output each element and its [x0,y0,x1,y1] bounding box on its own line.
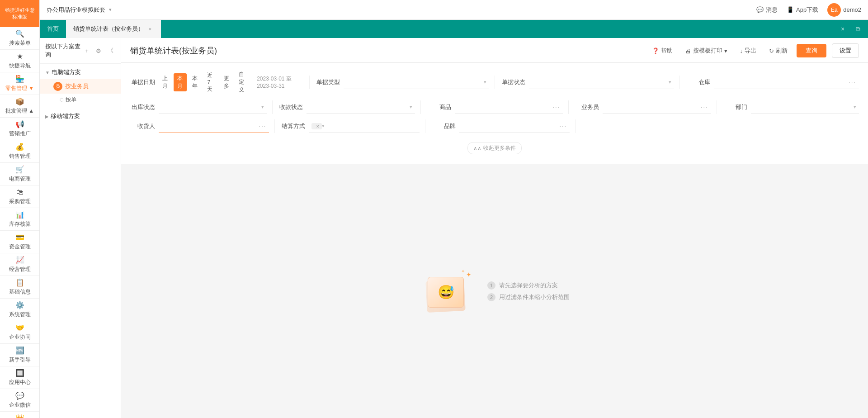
left-panel: 按以下方案查询 + ⚙ 《 ▼ 电脑端方案 员 按业务员 ⬡ [40,38,121,418]
tab-close-all-btn[interactable]: × [836,23,849,35]
order-type-control[interactable]: ▾ [344,76,489,89]
sidebar-item-ecommerce[interactable]: 🛒 电商管理 [0,163,39,185]
tab-home[interactable]: 首页 [40,20,66,38]
filter-area: 单据日期 上月 本月 本年 近7天 更多 自定义 2023-03-01 至 20… [121,63,868,164]
page-header: 销货单统计表(按业务员) ❓ 帮助 🖨 按模板打印 ▾ ↓ [121,38,868,63]
sidebar-item-enterprise[interactable]: 🤝 企业协同 [0,321,39,344]
panel-add-btn[interactable]: + [82,46,92,56]
sidebar-item-apps[interactable]: 🔲 应用中心 [0,366,39,389]
settlement-tag-close[interactable]: × [316,124,319,129]
print-btn[interactable]: 🖨 按模板打印 ▾ [682,45,731,57]
empty-state: 😅 ✦ ✦ 1 请先选择要分析的方案 2 用过滤条件来缩小分析范 [121,164,868,418]
settings-btn[interactable]: 设置 [832,43,859,58]
query-btn[interactable]: 查询 [797,44,826,57]
tip-num-1: 1 [487,281,495,290]
filter-department: 部门 ▾ [722,100,859,114]
date-label: 单据日期 [130,78,155,86]
sidebar-item-purchase[interactable]: 🛍 采购管理 [0,185,39,208]
scheme-sub-item-by-order[interactable]: ⬡ 按单 [40,94,121,106]
scheme-group-mobile-header[interactable]: ▶ 移动端方案 [40,109,121,123]
order-status-control[interactable]: ▾ [529,76,674,89]
date-tab-more[interactable]: 更多 [220,73,233,91]
date-tab-custom[interactable]: 自定义 [235,69,251,95]
sidebar-item-search[interactable]: 🔍 搜索菜单 [0,27,39,50]
sidebar-item-wholesale[interactable]: 📦 批发管理 ▲ [0,95,39,118]
message-btn[interactable]: 💬 消息 [756,6,778,14]
sidebar-item-member[interactable]: 👑 畅会员 [0,412,39,418]
refresh-label: 刷新 [776,47,788,55]
salesman-control[interactable]: ··· [603,100,711,114]
brand-control[interactable]: ··· [459,119,570,133]
tip-text-1: 请先选择要分析的方案 [499,281,558,290]
refresh-btn[interactable]: ↻ 刷新 [765,45,791,57]
settlement-arrow: ▾ [322,123,325,129]
download-btn[interactable]: 📱 App下载 [787,6,818,14]
payment-status-control[interactable]: ▾ [307,100,415,114]
filter-order-type: 单据类型 ▾ [315,76,489,89]
department-label: 部门 [722,103,747,111]
tab-close-btn[interactable]: × [146,25,154,33]
collapse-btn[interactable]: ∧∧ 收起更多条件 [467,142,522,154]
tab-bar-actions: × ⧉ [836,23,868,35]
sidebar-item-wechat-label: 企业微信 [9,401,31,409]
panel-actions: + ⚙ 《 [82,46,115,56]
sidebar-item-system[interactable]: ⚙️ 系统管理 [0,299,39,321]
receiver-control[interactable]: ··· [159,119,269,133]
app-dropdown-arrow[interactable]: ▾ [109,7,112,13]
header-right: 💬 消息 📱 App下载 Ea demo2 [756,3,861,17]
username: demo2 [843,6,861,13]
scheme-group-mobile: ▶ 移动端方案 [40,108,121,125]
sidebar-item-operation[interactable]: 📈 经营管理 [0,253,39,276]
sidebar-item-sales-label: 销售管理 [9,152,31,160]
panel-header: 按以下方案查询 + ⚙ 《 [40,38,121,64]
user-profile[interactable]: Ea demo2 [827,3,861,17]
scheme-item-by-salesman[interactable]: 员 按业务员 [40,79,121,94]
warehouse-label: 仓库 [685,78,710,86]
out-status-control[interactable]: ▾ [159,100,267,114]
panel-collapse-btn[interactable]: 《 [105,46,115,56]
filter-out-status: 出库状态 ▾ [130,100,267,114]
department-control[interactable]: ▾ [751,100,859,114]
help-btn[interactable]: ❓ 帮助 [648,45,676,57]
export-btn[interactable]: ↓ 导出 [736,45,760,57]
product-control[interactable]: ··· [455,100,563,114]
receiver-dots: ··· [259,123,267,129]
warehouse-control[interactable]: ··· [714,76,859,89]
sidebar-item-guide[interactable]: 🆕 新手引导 [0,344,39,366]
sidebar-item-basic[interactable]: 📋 基础信息 [0,276,39,299]
panel-settings-btn[interactable]: ⚙ [94,46,104,56]
date-tab-last7[interactable]: 近7天 [203,70,218,95]
sidebar-item-marketing-label: 营销推广 [9,130,31,138]
empty-tips: 1 请先选择要分析的方案 2 用过滤条件来缩小分析范围 [487,281,570,301]
sidebar-item-apps-label: 应用中心 [9,379,31,386]
out-status-arrow: ▾ [261,104,264,110]
scheme-icon-salesman: 员 [53,82,62,91]
sidebar-item-wechat[interactable]: 💬 企业微信 [0,389,39,412]
sidebar-item-marketing[interactable]: 📢 营销推广 [0,118,39,140]
sidebar-item-sales[interactable]: 💰 销售管理 [0,140,39,163]
warehouse-dots: ··· [849,79,856,86]
filter-salesman: 业务员 ··· [574,100,711,114]
sidebar-item-retail[interactable]: 🏪 零售管理 ▼ [0,72,39,95]
sidebar-item-shortcuts[interactable]: ★ 快捷导航 [0,50,39,72]
empty-tip-1: 1 请先选择要分析的方案 [487,281,570,290]
scheme-group-desktop-header[interactable]: ▼ 电脑端方案 [40,66,121,79]
content: 按以下方案查询 + ⚙ 《 ▼ 电脑端方案 员 按业务员 ⬡ [40,38,868,418]
date-tab-this-year[interactable]: 本年 [189,73,202,91]
sidebar-item-finance[interactable]: 💳 资金管理 [0,231,39,253]
refresh-icon: ↻ [769,48,774,54]
filter-order-status: 单据状态 ▾ [500,76,674,89]
export-icon: ↓ [740,48,743,54]
sidebar-item-inventory[interactable]: 📊 库存核算 [0,208,39,231]
guide-icon: 🆕 [15,346,24,355]
finance-icon: 💳 [15,233,24,242]
scheme-group-desktop-label: 电脑端方案 [52,68,81,76]
date-tab-last-month[interactable]: 上月 [159,73,172,91]
tip-num-2: 2 [487,293,495,301]
tab-restore-btn[interactable]: ⧉ [852,23,864,35]
date-tab-this-month[interactable]: 本月 [174,73,187,91]
tab-sales-report[interactable]: 销货单统计表（按业务员） × [66,20,161,38]
receiver-label: 收货人 [130,122,155,130]
settlement-control[interactable]: × ▾ [309,119,419,133]
wholesale-icon: 📦 [15,97,24,106]
